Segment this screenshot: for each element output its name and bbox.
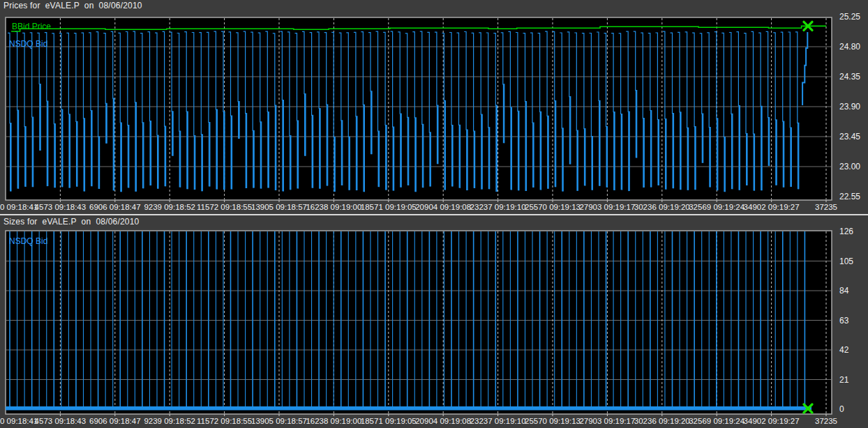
y-tick-label: 24.35 — [839, 72, 860, 82]
legend-nsdq-bid-prices: NSDQ Bid — [9, 39, 47, 49]
y-tick-label: 23.00 — [839, 162, 860, 171]
prices-panel-title: Prices for eVALE.P on 08/06/2010 — [3, 1, 142, 10]
x-tick-label: 9239 09:18:52 — [144, 203, 195, 211]
y-tick-label: 0 — [839, 404, 844, 414]
x-tick-label: 25570 09:19:13 — [525, 203, 581, 211]
chart-app-window: Prices for eVALE.P on 08/06/2010 BBid Pr… — [0, 0, 868, 428]
x-tick-label: 37235 — [815, 203, 837, 211]
x-tick-label: 20904 09:19:08 — [415, 417, 471, 425]
x-tick-label: 25570 09:19:13 — [525, 417, 581, 425]
y-tick-label: 63 — [839, 316, 848, 326]
x-tick-label: 32569 09:19:24 — [689, 203, 744, 211]
y-tick-label: 42 — [839, 345, 848, 355]
x-tick-label: 6906 09:18:47 — [89, 417, 141, 425]
sizes-panel-title: Sizes for eVALE.P on 08/06/2010 — [3, 217, 139, 227]
x-tick-label: 18571 09:19:05 — [361, 417, 417, 425]
x-tick-label: 27903 09:19:17 — [579, 417, 635, 425]
x-tick-label: 11572 09:18:55 — [197, 203, 252, 211]
y-tick-label: 24.80 — [839, 42, 860, 52]
legend-nsdq-bid-sizes: NSDQ Bid — [9, 236, 47, 246]
x-tick-label: 4573 09:18:43 — [35, 417, 87, 425]
x-tick-label: 27903 09:19:17 — [579, 203, 635, 211]
y-tick-label: 84 — [839, 286, 848, 296]
x-tick-label: 20904 09:19:08 — [415, 203, 471, 211]
x-tick-label: 4573 09:18:43 — [35, 203, 87, 211]
plot-area — [6, 231, 832, 414]
x-tick-label: 0 09:18:41 — [0, 417, 38, 425]
y-tick-label: 22.55 — [839, 192, 860, 201]
y-tick-label: 105 — [839, 257, 853, 266]
panel-separator — [0, 214, 868, 215]
legend-bbid-price: BBid Price — [12, 22, 51, 31]
nsdq-bid-size-baseline — [6, 406, 811, 411]
x-tick-label: 13905 09:18:57 — [251, 417, 307, 425]
x-tick-label: 18571 09:19:05 — [361, 203, 417, 211]
x-tick-label: 16238 09:19:00 — [306, 417, 361, 425]
x-tick-label: 34902 09:19:27 — [744, 417, 800, 425]
x-tick-label: 23237 09:19:10 — [470, 203, 526, 211]
plot-area — [6, 17, 832, 200]
x-tick-label: 23237 09:19:10 — [470, 417, 526, 425]
x-tick-label: 37235 — [815, 417, 837, 425]
y-tick-label: 23.45 — [839, 132, 860, 142]
x-tick-label: 30236 09:19:20 — [634, 203, 690, 211]
x-tick-label: 13905 09:18:57 — [251, 203, 307, 211]
y-tick-label: 23.90 — [839, 102, 860, 112]
x-tick-label: 9239 09:18:52 — [144, 417, 195, 425]
x-tick-label: 32569 09:19:24 — [689, 417, 744, 425]
y-tick-label: 25.25 — [839, 12, 860, 22]
x-tick-label: 11572 09:18:55 — [197, 417, 252, 425]
x-tick-label: 30236 09:19:20 — [634, 417, 690, 425]
y-tick-label: 21 — [839, 375, 848, 385]
x-tick-label: 16238 09:19:00 — [306, 203, 361, 211]
y-tick-label: 126 — [839, 227, 853, 236]
x-tick-label: 34902 09:19:27 — [744, 203, 800, 211]
x-tick-label: 0 09:18:41 — [0, 203, 38, 211]
x-tick-label: 6906 09:18:47 — [89, 203, 141, 211]
